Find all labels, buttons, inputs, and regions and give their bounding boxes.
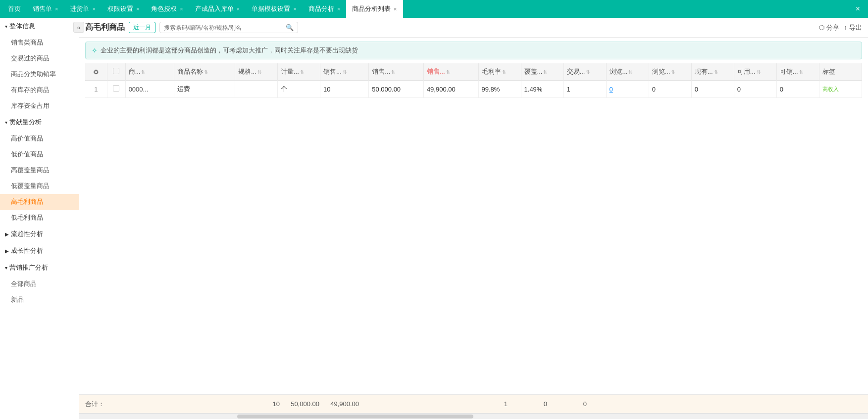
col-header-tag[interactable]: 标签	[819, 63, 862, 81]
close-icon[interactable]: ×	[237, 6, 240, 12]
chevron-down-icon: ▾	[5, 24, 7, 29]
col-header-trade[interactable]: 交易...⇅	[563, 63, 606, 81]
row-current: 0	[691, 81, 734, 98]
sidebar-item-new-goods[interactable]: 新品	[0, 292, 79, 308]
row-code[interactable]: 0000...	[125, 81, 174, 98]
row-available: 0	[734, 81, 776, 98]
share-button[interactable]: ⬡ 分享	[819, 23, 839, 32]
col-header-name[interactable]: 商品名称⇅	[174, 63, 235, 81]
row-browse2: 0	[649, 81, 691, 98]
select-all-checkbox[interactable]	[113, 68, 119, 74]
nav-templates[interactable]: 单据模板设置 ×	[246, 0, 302, 18]
nav-products[interactable]: 产成品入库单 ×	[189, 0, 246, 18]
content-header: 高毛利商品 近一月 🔍 ⬡ 分享 ↑ 导出	[79, 18, 868, 38]
sort-icon: ⇅	[757, 69, 761, 75]
sidebar-item-low-coverage[interactable]: 低覆盖量商品	[0, 178, 79, 194]
row-checkbox[interactable]	[107, 81, 125, 98]
close-app-button[interactable]: ×	[850, 4, 866, 13]
sidebar-item-instock-goods[interactable]: 有库存的商品	[0, 82, 79, 98]
footer-cell-trade: 1	[362, 400, 511, 408]
col-header-settings[interactable]: ⚙	[85, 63, 107, 81]
search-input[interactable]	[164, 24, 286, 31]
col-header-spec[interactable]: 规格...⇅	[235, 63, 277, 81]
nav-sales[interactable]: 销售单 ×	[27, 0, 64, 18]
total-label: 合计：	[85, 400, 104, 409]
table-container: ⚙ 商...⇅ 商品名称⇅ 规格...⇅	[79, 63, 868, 394]
col-header-browse2[interactable]: 浏览...⇅	[649, 63, 691, 81]
sort-icon: ⇅	[300, 69, 304, 75]
col-header-available[interactable]: 可用...⇅	[734, 63, 776, 81]
close-icon[interactable]: ×	[92, 6, 95, 12]
col-header-unit[interactable]: 计量...⇅	[277, 63, 320, 81]
close-icon[interactable]: ×	[337, 6, 340, 12]
sidebar-item-low-value[interactable]: 低价值商品	[0, 146, 79, 162]
col-header-check[interactable]	[107, 63, 125, 81]
section-header-trend[interactable]: ▶ 流趋性分析	[0, 226, 79, 242]
nav-home[interactable]: 首页	[2, 0, 27, 18]
sort-icon: ⇅	[446, 69, 450, 75]
section-header-general[interactable]: ▾ 整体信息	[0, 18, 79, 35]
col-header-sellable[interactable]: 可销...⇅	[776, 63, 819, 81]
sidebar-item-sales-goods[interactable]: 销售类商品	[0, 35, 79, 50]
close-icon[interactable]: ×	[55, 6, 58, 12]
row-trade: 1	[563, 81, 606, 98]
sidebar-item-high-coverage[interactable]: 高覆盖量商品	[0, 162, 79, 178]
sidebar-item-category-rate[interactable]: 商品分类助销率	[0, 66, 79, 82]
sidebar-collapse-button[interactable]: «	[73, 22, 84, 33]
sidebar-item-high-margin[interactable]: 高毛利商品	[0, 194, 79, 210]
footer-cell-browse2: 0	[511, 400, 550, 408]
row-sellable: 0	[776, 81, 819, 98]
col-header-sales3[interactable]: 销售...⇅	[423, 63, 478, 81]
row-spec	[235, 81, 277, 98]
scrollbar-thumb[interactable]	[237, 415, 474, 419]
sidebar-item-high-value[interactable]: 高价值商品	[0, 131, 79, 146]
sort-icon: ⇅	[799, 69, 803, 75]
col-header-current[interactable]: 现有...⇅	[691, 63, 734, 81]
horizontal-scrollbar[interactable]	[79, 413, 868, 419]
nav-purchase[interactable]: 进货单 ×	[64, 0, 101, 18]
sidebar-item-inventory-capital[interactable]: 库存资金占用	[0, 98, 79, 114]
sidebar: ▾ 整体信息 销售类商品 交易过的商品 商品分类助销率 有库存的商品 库存资金占…	[0, 18, 79, 419]
settings-icon[interactable]: ⚙	[93, 68, 99, 76]
sort-icon: ⇅	[714, 69, 718, 75]
sidebar-item-low-margin[interactable]: 低毛利商品	[0, 210, 79, 226]
chevron-right-icon: ▶	[5, 232, 9, 237]
col-header-coverage[interactable]: 覆盖...⇅	[521, 63, 563, 81]
col-header-gross-rate[interactable]: 毛利率⇅	[478, 63, 521, 81]
col-header-sales1[interactable]: 销售...⇅	[320, 63, 368, 81]
close-icon[interactable]: ×	[394, 6, 397, 12]
col-header-code[interactable]: 商...⇅	[125, 63, 174, 81]
export-button[interactable]: ↑ 导出	[844, 23, 863, 32]
row-coverage: 1.49%	[521, 81, 563, 98]
nav-permissions[interactable]: 权限设置 ×	[102, 0, 145, 18]
col-header-sales2[interactable]: 销售...⇅	[369, 63, 424, 81]
close-icon[interactable]: ×	[136, 6, 139, 12]
sort-icon: ⇅	[671, 69, 675, 75]
chevron-down-icon: ▾	[5, 120, 7, 125]
row-name: 运费	[174, 81, 235, 98]
nav-analysis-list[interactable]: 商品分析列表 ×	[346, 0, 403, 18]
sort-icon: ⇅	[141, 69, 145, 75]
search-icon[interactable]: 🔍	[286, 24, 294, 31]
nav-analysis[interactable]: 商品分析 ×	[303, 0, 346, 18]
section-header-growth[interactable]: ▶ 成长性分析	[0, 242, 79, 259]
close-icon[interactable]: ×	[293, 6, 296, 12]
section-header-contribution[interactable]: ▾ 贡献量分析	[0, 114, 79, 131]
row-select-checkbox[interactable]	[113, 85, 119, 92]
footer-cell-sales1: 10	[124, 400, 283, 408]
sidebar-item-all-goods[interactable]: 全部商品	[0, 276, 79, 292]
period-button[interactable]: 近一月	[129, 22, 155, 33]
sidebar-item-traded-goods[interactable]: 交易过的商品	[0, 50, 79, 66]
main-layout: ▾ 整体信息 销售类商品 交易过的商品 商品分类助销率 有库存的商品 库存资金占…	[0, 18, 868, 419]
table-row: 1 0000... 运费 个 10 50,000.00 49,900.00 99…	[85, 81, 862, 98]
data-table: ⚙ 商...⇅ 商品名称⇅ 规格...⇅	[85, 63, 862, 98]
close-icon[interactable]: ×	[180, 6, 183, 12]
sort-icon: ⇅	[586, 69, 590, 75]
section-header-marketing[interactable]: ▾ 营销推广分析	[0, 259, 79, 276]
row-browse1[interactable]: 0	[606, 81, 649, 98]
chevron-down-icon: ▾	[5, 265, 7, 271]
chevron-right-icon: ▶	[5, 248, 9, 254]
sort-icon: ⇅	[257, 69, 261, 75]
nav-roles[interactable]: 角色授权 ×	[145, 0, 189, 18]
col-header-browse1[interactable]: 浏览...⇅	[606, 63, 649, 81]
